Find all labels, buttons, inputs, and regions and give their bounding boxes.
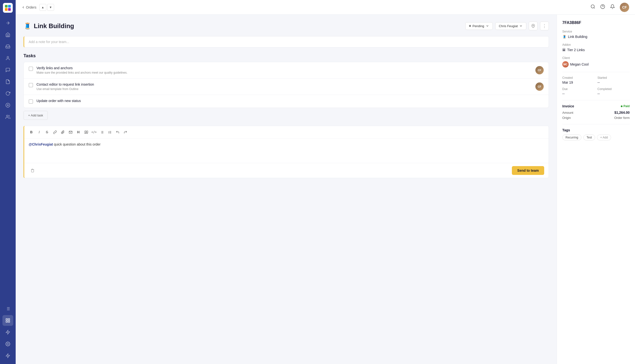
toolbar-attachment-button[interactable] bbox=[59, 128, 66, 136]
service-value: 🧵 Link Building bbox=[562, 35, 629, 39]
toolbar-code-button[interactable]: </> bbox=[90, 128, 98, 136]
page-title-area: 🧵 Link Building bbox=[24, 22, 74, 30]
completed-label: Completed bbox=[597, 87, 630, 91]
task-name-2: Contact editor to request link insertion bbox=[37, 82, 532, 86]
started-label: Started bbox=[597, 76, 630, 80]
search-icon[interactable] bbox=[590, 4, 595, 10]
tag-test[interactable]: Test bbox=[583, 134, 595, 140]
client-value: MC Megan Cool bbox=[562, 61, 629, 68]
table-row: Contact editor to request link insertion… bbox=[24, 78, 548, 95]
service-label: Service bbox=[562, 30, 629, 33]
task-checkbox-1[interactable] bbox=[29, 66, 33, 71]
svg-marker-20 bbox=[6, 354, 10, 358]
sidebar-item-home[interactable] bbox=[3, 29, 13, 40]
sidebar-item-list[interactable] bbox=[3, 303, 13, 314]
sidebar-item-docs[interactable] bbox=[3, 76, 13, 87]
sidebar-item-partners[interactable] bbox=[3, 112, 13, 122]
back-label: Orders bbox=[26, 6, 37, 9]
tasks-section: Tasks Verify links and anchors Make sure… bbox=[24, 53, 549, 120]
toolbar-bold-button[interactable]: B bbox=[28, 128, 35, 136]
pin-button[interactable] bbox=[529, 22, 537, 30]
task-checkbox-3[interactable] bbox=[29, 99, 33, 104]
created-section: Created Mar 19 bbox=[562, 76, 594, 84]
task-desc-1: Make sure the provided links and anchors… bbox=[37, 71, 532, 74]
invoice-header: Invoice Paid bbox=[562, 104, 629, 108]
delete-button[interactable] bbox=[29, 166, 37, 174]
nav-up-button[interactable]: ▲ bbox=[40, 4, 46, 11]
sidebar-item-analytics[interactable] bbox=[3, 100, 13, 110]
add-tag-button[interactable]: + Add bbox=[597, 134, 611, 140]
sidebar-logo[interactable] bbox=[3, 3, 13, 13]
sidebar-item-users[interactable] bbox=[3, 53, 13, 64]
completed-value: -- bbox=[597, 92, 630, 96]
origin-label: Origin bbox=[562, 116, 571, 120]
status-button[interactable]: Pending bbox=[465, 22, 493, 30]
sidebar-item-lightning[interactable] bbox=[3, 327, 13, 338]
redo-icon bbox=[124, 130, 127, 134]
sidebar-item-grid[interactable] bbox=[3, 315, 13, 326]
dates-grid: Created Mar 19 Started -- Due -- Complet… bbox=[562, 76, 629, 96]
task-checkbox-2[interactable] bbox=[29, 83, 33, 87]
addon-section: Addon 🏛 Tier 2 Links bbox=[562, 43, 629, 52]
main-area: Orders ▲ ▼ CF bbox=[16, 0, 635, 364]
sidebar-item-forward[interactable] bbox=[3, 18, 13, 28]
svg-point-25 bbox=[533, 25, 534, 26]
notifications-icon[interactable] bbox=[610, 4, 615, 10]
topbar: Orders ▲ ▼ CF bbox=[16, 0, 635, 15]
toolbar-italic-button[interactable]: I bbox=[36, 128, 43, 136]
sidebar bbox=[0, 0, 16, 364]
svg-rect-14 bbox=[6, 319, 8, 320]
due-section: Due -- bbox=[562, 87, 594, 96]
ol-icon bbox=[108, 130, 112, 134]
add-task-label: + Add task bbox=[28, 114, 43, 117]
toolbar-blockquote-button[interactable] bbox=[83, 128, 90, 136]
note-area[interactable]: Add a note for your team... bbox=[24, 36, 549, 48]
sidebar-item-recurring[interactable] bbox=[3, 88, 13, 99]
paid-badge: Paid bbox=[621, 104, 629, 108]
due-value: -- bbox=[562, 92, 594, 96]
order-id: 7FA3B86F bbox=[562, 20, 629, 25]
toolbar-ol-button[interactable] bbox=[106, 128, 113, 136]
svg-rect-1 bbox=[8, 5, 11, 8]
svg-point-4 bbox=[7, 56, 9, 58]
undo-icon bbox=[116, 130, 120, 134]
toolbar-strikethrough-button[interactable]: S bbox=[43, 128, 51, 136]
nav-down-button[interactable]: ▼ bbox=[47, 4, 54, 11]
toolbar-ul-button[interactable] bbox=[98, 128, 106, 136]
add-task-button[interactable]: + Add task bbox=[24, 111, 48, 120]
assignee-label: Chris Feugiat bbox=[499, 24, 518, 28]
svg-rect-3 bbox=[8, 8, 11, 11]
invoice-title: Invoice bbox=[562, 104, 574, 108]
trash-icon bbox=[31, 168, 35, 172]
blockquote-icon bbox=[85, 130, 88, 134]
toolbar-mail-button[interactable] bbox=[67, 128, 74, 136]
toolbar-redo-button[interactable] bbox=[122, 128, 129, 136]
toolbar-heading-button[interactable]: H bbox=[75, 128, 82, 136]
sidebar-item-settings[interactable] bbox=[3, 338, 13, 349]
editor-content[interactable]: @ChrisFeugiat quick question about this … bbox=[24, 138, 548, 163]
addon-label: Addon bbox=[562, 43, 629, 46]
completed-section: Completed -- bbox=[597, 87, 630, 96]
task-list: Verify links and anchors Make sure the p… bbox=[24, 62, 549, 108]
origin-row: Origin Order form bbox=[562, 116, 629, 120]
svg-point-21 bbox=[591, 5, 594, 8]
svg-rect-17 bbox=[6, 321, 8, 322]
divider-2 bbox=[562, 100, 629, 100]
task-content-1: Verify links and anchors Make sure the p… bbox=[37, 66, 532, 74]
sidebar-item-bolt[interactable] bbox=[3, 350, 13, 361]
back-link[interactable]: Orders bbox=[22, 6, 37, 9]
toolbar-link-button[interactable] bbox=[51, 128, 59, 136]
assignee-button[interactable]: Chris Feugiat bbox=[495, 22, 526, 30]
more-options-icon: ⋮ bbox=[542, 23, 547, 28]
more-options-button[interactable]: ⋮ bbox=[540, 22, 549, 30]
toolbar-undo-button[interactable] bbox=[114, 128, 121, 136]
client-section: Client MC Megan Cool bbox=[562, 56, 629, 68]
page-title-icon: 🧵 bbox=[24, 22, 31, 30]
send-to-team-button[interactable]: Send to team bbox=[512, 166, 544, 175]
tag-recurring[interactable]: Recurring bbox=[562, 134, 581, 140]
sidebar-item-inbox[interactable] bbox=[3, 41, 13, 52]
user-avatar[interactable]: CF bbox=[620, 3, 629, 12]
sidebar-item-chat[interactable] bbox=[3, 64, 13, 75]
started-value: -- bbox=[597, 80, 630, 84]
help-icon[interactable] bbox=[600, 4, 605, 10]
